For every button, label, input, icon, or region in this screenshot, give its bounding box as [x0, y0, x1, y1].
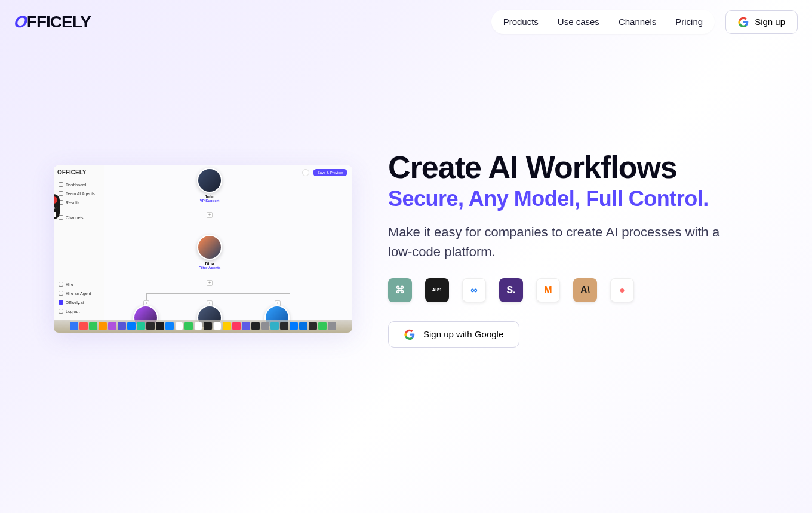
sidebar-item-team-agents[interactable]: Team AI Agents	[57, 189, 100, 198]
sidebar-item-logout[interactable]: Log out	[57, 307, 100, 315]
node-name: Dina	[197, 262, 222, 266]
logo-text: FFICELY	[27, 13, 91, 31]
cta-label: Sign up with Google	[423, 329, 503, 339]
dock-app-icon[interactable]	[213, 322, 222, 330]
dock-app-icon[interactable]	[137, 322, 145, 330]
dock-app-icon[interactable]	[204, 322, 212, 330]
avatar	[197, 235, 222, 260]
dock-app-icon[interactable]	[165, 322, 174, 330]
hero-section: 0:07 OFFICELY Dashboard Team AI Agents R…	[0, 44, 812, 348]
model-brand-row: ⌘AI21∞S.MA\●	[388, 278, 734, 302]
dock-app-icon[interactable]	[99, 322, 107, 330]
recording-time: 0:07	[54, 206, 57, 210]
preview-topbar: Save & Preview	[302, 169, 347, 176]
nav-pricing[interactable]: Pricing	[675, 17, 703, 27]
workflow-node-dina[interactable]: Dina Filter Agents	[197, 235, 222, 269]
preview-canvas[interactable]: Save & Preview John VP Support + Dina Fi…	[104, 165, 352, 320]
signup-button[interactable]: Sign up	[725, 10, 798, 34]
dock-app-icon[interactable]	[127, 322, 136, 330]
brand-meta-icon: ∞	[462, 278, 486, 302]
dock-app-icon[interactable]	[175, 322, 183, 330]
dock-app-icon[interactable]	[118, 322, 126, 330]
hero-subtitle: Secure, Any Model, Full Control.	[388, 186, 734, 211]
save-preview-button[interactable]: Save & Preview	[313, 169, 347, 176]
nav-products[interactable]: Products	[503, 17, 539, 27]
brand-gradient-icon: ●	[610, 278, 634, 302]
plus-icon	[59, 282, 63, 287]
grid-icon	[59, 182, 63, 187]
google-icon	[404, 329, 415, 340]
node-connector[interactable]: +	[207, 280, 213, 286]
signup-google-button[interactable]: Sign up with Google	[388, 321, 519, 348]
team-icon	[59, 191, 63, 196]
nav-pill-group: Products Use cases Channels Pricing	[491, 10, 715, 34]
brand-stability-icon: S.	[499, 278, 523, 302]
agent-icon	[59, 291, 63, 296]
dock-app-icon[interactable]	[270, 322, 279, 330]
gear-icon[interactable]	[302, 169, 309, 176]
sidebar-item-dashboard[interactable]: Dashboard	[57, 180, 100, 189]
signup-button-label: Sign up	[755, 17, 785, 27]
dock-app-icon[interactable]	[280, 322, 288, 330]
macos-dock	[54, 320, 352, 333]
header-right: Products Use cases Channels Pricing Sign…	[491, 10, 798, 34]
dock-app-icon[interactable]	[156, 322, 164, 330]
brand-ai21-icon: AI21	[425, 278, 449, 302]
dock-app-icon[interactable]	[89, 322, 97, 330]
node-connector[interactable]: +	[207, 212, 213, 218]
channels-icon	[59, 215, 63, 220]
preview-logo: OFFICELY	[57, 169, 100, 176]
connector-line	[146, 293, 290, 294]
dock-app-icon[interactable]	[79, 322, 88, 330]
product-preview: 0:07 OFFICELY Dashboard Team AI Agents R…	[54, 165, 352, 333]
hero-description: Make it easy for companies to create AI …	[388, 222, 734, 262]
sidebar-item-channels[interactable]: Channels	[57, 213, 100, 222]
node-role: Filter Agents	[197, 266, 222, 269]
recording-widget[interactable]: 0:07	[54, 194, 60, 219]
node-name: John	[197, 195, 222, 199]
logo-mark: O	[13, 13, 28, 32]
dock-app-icon[interactable]	[299, 322, 307, 330]
avatar	[197, 168, 222, 193]
dock-app-icon[interactable]	[290, 322, 298, 330]
dock-app-icon[interactable]	[318, 322, 327, 330]
brand-icon	[59, 300, 63, 305]
record-icon	[54, 196, 57, 204]
dock-app-icon[interactable]	[328, 322, 336, 330]
sidebar-item-hire[interactable]: Hire	[57, 280, 100, 288]
workflow-node-john[interactable]: John VP Support	[197, 168, 222, 202]
brand-openai-icon: ⌘	[388, 278, 412, 302]
brand-mistral-icon: M	[536, 278, 560, 302]
sidebar-item-hire-agent[interactable]: Hire an Agent	[57, 289, 100, 297]
preview-sidebar: OFFICELY Dashboard Team AI Agents Result…	[54, 165, 104, 320]
dock-app-icon[interactable]	[261, 322, 269, 330]
brand-anthropic-icon: A\	[573, 278, 597, 302]
dock-app-icon[interactable]	[232, 322, 241, 330]
dock-app-icon[interactable]	[242, 322, 250, 330]
dock-app-icon[interactable]	[184, 322, 193, 330]
logo[interactable]: OFFICELY	[14, 13, 91, 32]
dock-app-icon[interactable]	[223, 322, 231, 330]
site-header: OFFICELY Products Use cases Channels Pri…	[0, 0, 812, 44]
dock-app-icon[interactable]	[309, 322, 317, 330]
sidebar-item-results[interactable]: Results	[57, 198, 100, 207]
dock-app-icon[interactable]	[70, 322, 78, 330]
hero-title: Create AI Workflows	[388, 151, 734, 184]
nav-channels[interactable]: Channels	[619, 17, 656, 27]
pause-icon	[54, 212, 56, 217]
dock-app-icon[interactable]	[146, 322, 155, 330]
sidebar-item-officely[interactable]: Officely.ai	[57, 298, 100, 306]
connector-line	[210, 286, 210, 293]
nav-use-cases[interactable]: Use cases	[558, 17, 599, 27]
hero-content: Create AI Workflows Secure, Any Model, F…	[388, 151, 734, 348]
logout-icon	[59, 309, 63, 314]
node-role: VP Support	[197, 199, 222, 202]
dock-app-icon[interactable]	[108, 322, 116, 330]
dock-app-icon[interactable]	[251, 322, 260, 330]
google-icon	[738, 17, 749, 27]
dock-app-icon[interactable]	[194, 322, 202, 330]
